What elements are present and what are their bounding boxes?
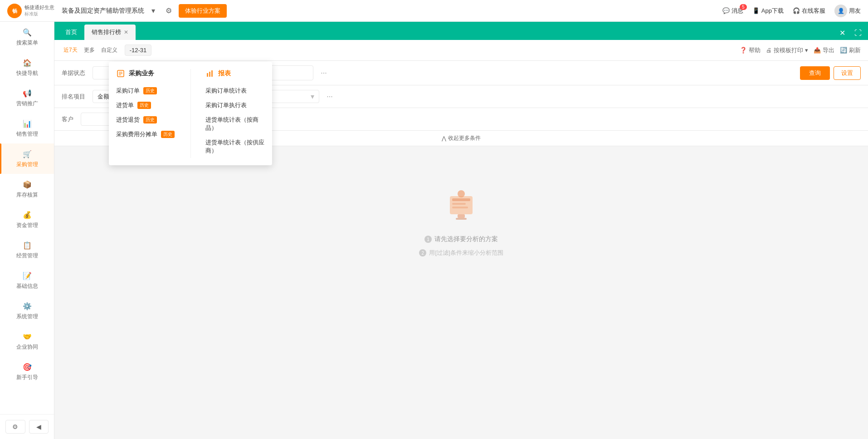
export-label: 导出 <box>823 46 834 54</box>
dropdown-menu: 采购业务 采购订单 历史 进货单 历史 进货退货 历史 <box>109 62 272 165</box>
goods-more[interactable]: ··· <box>321 69 327 77</box>
sidebar-item-search[interactable]: 🔍 搜索菜单 <box>0 22 54 52</box>
menu-section-purchase: 采购业务 采购订单 历史 进货单 历史 进货退货 历史 <box>116 69 176 158</box>
message-btn[interactable]: 💬 5 消息 <box>722 7 743 15</box>
help-icon: ❓ <box>740 47 747 54</box>
empty-illustration <box>439 183 484 230</box>
purchase-section-title: 采购业务 <box>129 69 154 78</box>
print-btn[interactable]: 🖨 按模板打印 ▾ <box>766 46 808 54</box>
customer-label: 客户 <box>62 115 73 123</box>
query-btn[interactable]: 查询 <box>800 66 830 80</box>
service-label: 在线客服 <box>802 7 825 15</box>
sidebar-label-operations: 经营管理 <box>16 252 38 260</box>
tab-close-window-btn[interactable]: ✕ <box>837 28 848 38</box>
svg-rect-3 <box>452 198 470 201</box>
dropdown-trigger[interactable]: ▾ <box>148 5 159 16</box>
export-btn[interactable]: 📤 导出 <box>814 46 834 54</box>
menu-section-purchase-header: 采购业务 <box>116 69 176 78</box>
footer-collapse-btn[interactable]: ◀ <box>29 420 49 434</box>
system-icon: ⚙️ <box>22 301 32 311</box>
export-icon: 📤 <box>814 47 821 54</box>
menu-item-receipt-by-goods[interactable]: 进货单统计表（按商品） <box>205 113 265 135</box>
logo-area: 畅 畅捷通好生意 标准版 <box>7 4 62 18</box>
tab-home-label: 首页 <box>65 28 77 36</box>
basic-icon: 📝 <box>22 271 32 281</box>
tab-close-icon[interactable]: ✕ <box>124 29 128 35</box>
refresh-btn[interactable]: 🔄 刷新 <box>840 46 861 54</box>
sidebar-item-collab[interactable]: 🤝 企业协同 <box>0 326 54 356</box>
menu-item-purchase-order[interactable]: 采购订单 历史 <box>116 84 176 98</box>
date-more[interactable]: 更多 <box>82 45 97 55</box>
sidebar-item-marketing[interactable]: 📢 营销推广 <box>0 83 54 113</box>
user-menu[interactable]: 👤 用友 <box>834 5 861 17</box>
sidebar-item-sales[interactable]: 📊 销售管理 <box>0 113 54 143</box>
sidebar-item-guide[interactable]: 🎯 新手引导 <box>0 356 54 387</box>
empty-state: 1 请先选择要分析的方案 2 用[过滤]条件来缩小分析范围 <box>54 146 868 293</box>
sidebar-item-basic[interactable]: 📝 基础信息 <box>0 265 54 296</box>
date-7days[interactable]: 近7天 <box>62 45 79 55</box>
date-shortcuts: 近7天 更多 自定义 <box>62 45 119 55</box>
empty-line2: 用[过滤]条件来缩小分析范围 <box>429 249 503 257</box>
collapse-label: 收起更多条件 <box>448 134 481 142</box>
salesperson-more[interactable]: ··· <box>327 93 332 101</box>
svg-rect-5 <box>452 207 468 208</box>
industry-btn[interactable]: 体验行业方案 <box>179 4 227 18</box>
header-right: 💬 5 消息 📱 App下载 🎧 在线客服 👤 用友 <box>722 5 861 17</box>
top-header: 畅 畅捷通好生意 标准版 装备及固定资产辅助管理系统 ▾ ⚙ 体验行业方案 💬 … <box>0 0 868 22</box>
main-layout: 🔍 搜索菜单 🏠 快捷导航 📢 营销推广 📊 销售管理 🛒 采购管理 📦 库存核… <box>0 22 868 439</box>
sidebar-label-sales: 销售管理 <box>16 130 38 138</box>
collapse-icon: ⋀ <box>442 135 446 142</box>
date-range-input[interactable]: -12-31 <box>125 44 152 56</box>
sidebar-label-marketing: 营销推广 <box>16 100 38 108</box>
footer-settings-btn[interactable]: ⚙ <box>5 420 25 434</box>
purchase-order-label: 采购订单 <box>116 87 140 95</box>
collab-icon: 🤝 <box>22 331 32 341</box>
rank-label: 排名项目 <box>62 93 85 101</box>
online-service-btn[interactable]: 🎧 在线客服 <box>793 7 825 15</box>
print-dropdown[interactable]: ▾ <box>805 47 808 54</box>
menu-divider <box>190 69 191 158</box>
sidebar-item-nav[interactable]: 🏠 快捷导航 <box>0 52 54 83</box>
menu-item-purchase-receipt[interactable]: 进货单 历史 <box>116 98 176 113</box>
sidebar-label-collab: 企业协同 <box>16 343 38 351</box>
tab-bar: 首页 销售排行榜 ✕ ✕ ⛶ <box>54 22 868 40</box>
sidebar-item-system[interactable]: ⚙️ 系统管理 <box>0 296 54 326</box>
user-avatar: 👤 <box>834 5 847 17</box>
date-custom[interactable]: 自定义 <box>99 45 119 55</box>
sales-icon: 📊 <box>22 118 32 128</box>
salesperson-dropdown: ▾ <box>311 92 314 101</box>
sidebar-item-finance[interactable]: 💰 资金管理 <box>0 204 54 235</box>
menu-item-purchase-return[interactable]: 进货退货 历史 <box>116 113 176 127</box>
refresh-label: 刷新 <box>849 46 861 54</box>
tab-expand-btn[interactable]: ⛶ <box>852 28 864 38</box>
header-settings-icon[interactable]: ⚙ <box>162 5 175 17</box>
filter-toolbar-top: 近7天 更多 自定义 -12-31 ❓ 帮助 🖨 按模板打印 ▾ <box>54 40 868 61</box>
menu-item-po-exec[interactable]: 采购订单执行表 <box>205 98 265 113</box>
menu-item-po-stats[interactable]: 采购订单统计表 <box>205 84 265 98</box>
settings-btn[interactable]: 设置 <box>834 66 861 80</box>
sidebar-item-operations[interactable]: 📋 经营管理 <box>0 235 54 265</box>
menu-item-receipt-by-supplier[interactable]: 进货单统计表（按供应商） <box>205 135 265 158</box>
dropdown-overlay: 采购业务 采购订单 历史 进货单 历史 进货退货 历史 <box>109 62 272 165</box>
page-content: 近7天 更多 自定义 -12-31 ❓ 帮助 🖨 按模板打印 ▾ <box>54 40 868 439</box>
sidebar-footer: ⚙ ◀ <box>0 414 54 439</box>
svg-rect-4 <box>452 203 466 205</box>
svg-rect-8 <box>456 218 467 220</box>
svg-point-6 <box>458 190 465 197</box>
sidebar-label-system: 系统管理 <box>16 313 38 321</box>
collapse-btn[interactable]: ⋀ 收起更多条件 <box>438 131 484 146</box>
tab-sales-ranking[interactable]: 销售排行榜 ✕ <box>84 25 136 40</box>
purchase-expense-history: 历史 <box>161 131 175 138</box>
menu-item-purchase-expense[interactable]: 采购费用分摊单 历史 <box>116 127 176 142</box>
purchase-receipt-history: 历史 <box>137 102 151 109</box>
purchase-return-history: 历史 <box>143 116 157 123</box>
sidebar-label-search: 搜索菜单 <box>16 39 38 47</box>
refresh-icon: 🔄 <box>840 47 847 54</box>
po-stats-label: 采购订单统计表 <box>205 87 247 95</box>
sidebar-item-inventory[interactable]: 📦 库存核算 <box>0 174 54 204</box>
tab-home[interactable]: 首页 <box>58 25 84 40</box>
sidebar-label-inventory: 库存核算 <box>16 191 38 199</box>
app-download-btn[interactable]: 📱 App下载 <box>752 7 784 15</box>
help-btn[interactable]: ❓ 帮助 <box>740 46 761 54</box>
sidebar-item-purchase[interactable]: 🛒 采购管理 <box>0 143 54 174</box>
